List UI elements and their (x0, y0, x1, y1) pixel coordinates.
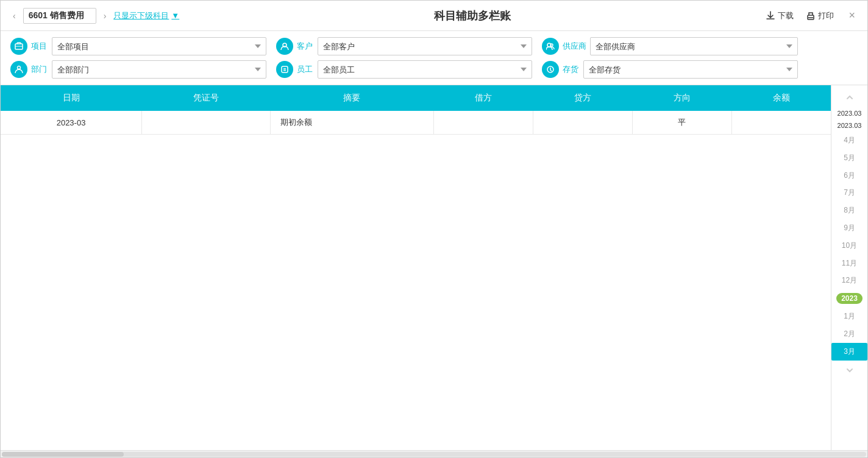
col-debit: 借方 (433, 85, 533, 111)
title-left: ‹ 6601 销售费用 › 只显示下级科目 ▼ (10, 8, 179, 24)
inventory-select[interactable]: 全部存货 (583, 60, 798, 79)
main-window: ‹ 6601 销售费用 › 只显示下级科目 ▼ 科目辅助多栏账 下载 打印 (0, 0, 868, 458)
scrollbar-thumb[interactable] (2, 452, 124, 457)
filter-inventory: 存货 全部存货 (542, 60, 798, 79)
project-label: 项目 (31, 41, 48, 52)
account-code: 6601 销售费用 (23, 8, 96, 24)
year-badge-container: 2023 (836, 289, 863, 308)
department-select[interactable]: 全部部门 (52, 60, 266, 79)
filter-department: 部门 全部部门 (10, 60, 266, 79)
month-item-5[interactable]: 5月 (831, 149, 867, 167)
month-item-4[interactable]: 4月 (831, 132, 867, 149)
print-icon (806, 11, 816, 21)
month-item-6[interactable]: 6月 (831, 167, 867, 185)
filter-row-2: 部门 全部部门 员工 全部员工 存货 全部存货 (10, 60, 858, 79)
month-item-10[interactable]: 10月 (831, 237, 867, 255)
col-summary: 摘要 (270, 85, 433, 111)
cell-balance (731, 111, 831, 135)
print-button[interactable]: 打印 (806, 10, 834, 21)
year-badge: 2023 (836, 293, 863, 304)
month-item-12[interactable]: 12月 (831, 272, 867, 289)
customer-icon (276, 38, 293, 55)
cell-credit (533, 111, 632, 135)
selected-month-2[interactable]: 2023.03 (831, 119, 867, 132)
title-bar: ‹ 6601 销售费用 › 只显示下级科目 ▼ 科目辅助多栏账 下载 打印 (1, 1, 867, 31)
cell-date: 2023-03 (1, 111, 142, 135)
department-icon (10, 61, 27, 78)
svg-point-5 (18, 66, 21, 69)
svg-point-4 (550, 44, 553, 46)
col-date: 日期 (1, 85, 142, 111)
dropdown-arrow-icon: ▼ (171, 11, 179, 20)
month-item-8[interactable]: 8月 (831, 202, 867, 219)
title-right: 下载 打印 × (766, 7, 858, 24)
month-nav-down-arrow[interactable] (840, 361, 859, 380)
filter-customer: 客户 全部客户 (276, 37, 532, 55)
cell-direction: 平 (632, 111, 731, 135)
project-select[interactable]: 全部项目 (52, 37, 266, 55)
month-item-2[interactable]: 2月 (831, 325, 867, 343)
customer-label: 客户 (297, 41, 314, 52)
filter-supplier: 供应商 全部供应商 (542, 37, 798, 55)
table-body: 2023-03 期初余额 平 (1, 111, 831, 135)
customer-select[interactable]: 全部客户 (318, 37, 532, 55)
main-content: 日期 凭证号 摘要 借方 贷方 方向 余额 2023-03 期初余额 (1, 85, 867, 450)
filter-row-1: 项目 全部项目 客户 全部客户 供应商 全部供 (10, 37, 858, 55)
month-item-7[interactable]: 7月 (831, 184, 867, 202)
employee-icon (276, 61, 293, 78)
cell-summary: 期初余额 (270, 111, 433, 135)
cell-debit (433, 111, 533, 135)
employee-select[interactable]: 全部员工 (318, 60, 532, 79)
download-icon (766, 11, 775, 21)
col-balance: 余额 (731, 85, 831, 111)
month-item-3-active[interactable]: 3月 (831, 343, 867, 361)
cell-voucher (142, 111, 270, 135)
show-sub-button[interactable]: 只显示下级科目 ▼ (113, 10, 179, 21)
col-direction: 方向 (632, 85, 731, 111)
department-label: 部门 (31, 64, 48, 75)
svg-rect-6 (282, 66, 288, 72)
inventory-icon (542, 61, 559, 78)
horizontal-scrollbar[interactable] (1, 450, 867, 457)
table-row: 2023-03 期初余额 平 (1, 111, 831, 135)
page-title: 科目辅助多栏账 (434, 9, 511, 23)
scrollbar-track (2, 452, 866, 457)
project-icon (10, 38, 27, 55)
month-item-11[interactable]: 11月 (831, 255, 867, 272)
filter-project: 项目 全部项目 (10, 37, 266, 55)
month-item-1[interactable]: 1月 (831, 308, 867, 325)
ledger-table: 日期 凭证号 摘要 借方 贷方 方向 余额 2023-03 期初余额 (1, 85, 831, 135)
employee-label: 员工 (297, 64, 314, 75)
col-voucher: 凭证号 (142, 85, 270, 111)
supplier-icon (542, 38, 559, 55)
next-account-arrow[interactable]: › (101, 10, 109, 22)
supplier-label: 供应商 (563, 41, 586, 52)
supplier-select[interactable]: 全部供应商 (590, 37, 798, 55)
filter-bar: 项目 全部项目 客户 全部客户 供应商 全部供 (1, 31, 867, 85)
month-item-9[interactable]: 9月 (831, 219, 867, 237)
download-button[interactable]: 下载 (766, 10, 794, 21)
table-area[interactable]: 日期 凭证号 摘要 借方 贷方 方向 余额 2023-03 期初余额 (1, 85, 831, 450)
month-navigator: 2023.03 2023.03 4月 5月 6月 7月 8月 9月 10月 11… (831, 85, 867, 450)
filter-employee: 员工 全部员工 (276, 60, 532, 79)
month-nav-up-arrow[interactable] (840, 88, 859, 107)
close-button[interactable]: × (846, 7, 858, 24)
col-credit: 贷方 (533, 85, 632, 111)
selected-month-1[interactable]: 2023.03 (831, 107, 867, 119)
prev-account-arrow[interactable]: ‹ (10, 10, 18, 22)
table-header: 日期 凭证号 摘要 借方 贷方 方向 余额 (1, 85, 831, 111)
inventory-label: 存货 (563, 64, 580, 75)
